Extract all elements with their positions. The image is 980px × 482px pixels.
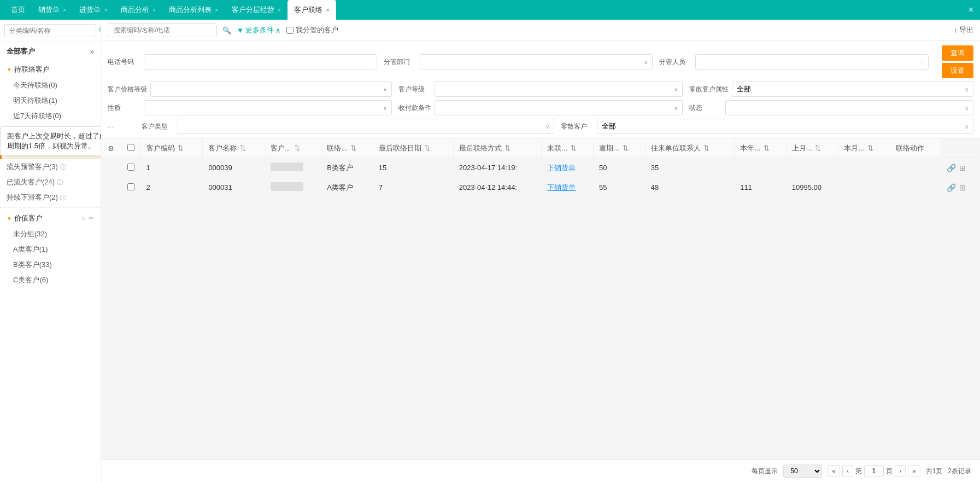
page-number-input[interactable] (864, 465, 884, 477)
row2-grid-action-icon[interactable]: ⊞ (959, 183, 966, 192)
nature-select[interactable]: ∨ (144, 100, 392, 115)
sidebar-item-today[interactable]: 今天待联络(0) (0, 78, 101, 93)
sidebar-item-churn-warning[interactable]: 流失预警客户(3) ⓘ (0, 159, 101, 175)
nav-close-customer-contact[interactable]: × (326, 7, 329, 13)
sidebar-group-title-pending[interactable]: ▼ 待联络客户 (0, 61, 101, 78)
phone-filter-input[interactable] (144, 54, 377, 69)
row2-checkbox[interactable] (127, 183, 134, 190)
col-uncontacted-label: 未联... (547, 144, 567, 152)
per-page-select[interactable]: 50 100 200 (783, 464, 822, 478)
retail-customer-select[interactable]: 全部 ∨ (597, 119, 973, 134)
close-all-tabs-button[interactable]: × (969, 5, 973, 15)
filter-search-button[interactable]: 🔍 (222, 26, 231, 34)
customer-level-select[interactable]: ∨ (435, 82, 683, 97)
filter-group-customer-type: 客户类型 ∨ (142, 119, 554, 134)
select-all-checkbox[interactable] (127, 144, 134, 151)
nav-close-analysis-list[interactable]: × (215, 7, 218, 13)
sidebar-item-class-a[interactable]: A类客户(1) (0, 242, 101, 257)
nav-item-customer-mgmt[interactable]: 客户分层经营 × (225, 0, 287, 20)
sort-this-month-icon[interactable]: ⇅ (867, 144, 873, 152)
col-code-label: 客户编码 (146, 144, 175, 152)
nav-item-sales[interactable]: 销货单 × (32, 0, 73, 20)
nav-item-purchase[interactable]: 进货单 × (73, 0, 114, 20)
sort-year-amount-icon[interactable]: ⇅ (764, 144, 770, 152)
info-icon-declining[interactable]: ⓘ (60, 194, 66, 202)
sidebar-all-customers-header[interactable]: 全部客户 » (0, 42, 101, 61)
sort-contact-count-icon[interactable]: ⇅ (350, 144, 356, 152)
col-last-month-label: 上月... (792, 144, 812, 152)
row1-link-action-icon[interactable]: 🔗 (947, 164, 956, 172)
sidebar-item-class-a-label: A类客户(1) (13, 245, 48, 254)
price-level-select[interactable]: ∨ (150, 82, 392, 97)
info-icon-churned[interactable]: ⓘ (57, 178, 63, 187)
sort-type-icon[interactable]: ⇅ (294, 144, 300, 152)
settings-button[interactable]: 设置 (942, 63, 973, 78)
col-name-label: 客户名称 (208, 144, 237, 152)
customer-level-chevron: ∨ (674, 86, 678, 92)
sidebar-item-class-c-label: C类客户(6) (13, 275, 48, 285)
sort-uncontacted-icon[interactable]: ⇅ (571, 144, 577, 152)
sort-overdue-icon[interactable]: ⇅ (623, 144, 629, 152)
filter-search-input[interactable] (108, 23, 217, 37)
nav-item-analysis-list[interactable]: 商品分析列表 × (162, 0, 225, 20)
sort-contact-person-icon[interactable]: ⇅ (703, 144, 709, 152)
query-button[interactable]: 查询 (942, 45, 973, 61)
row2-last-method-link[interactable]: 下销货单 (547, 183, 576, 191)
nav-close-purchase[interactable]: × (104, 7, 107, 13)
nav-item-home[interactable]: 首页 (4, 0, 32, 20)
sidebar-value-section[interactable]: ▼ 价值客户 ○ ✏ (0, 210, 101, 227)
sort-code-icon[interactable]: ⇅ (178, 144, 184, 152)
retail-attr-select[interactable]: 全部 ∨ (732, 82, 973, 97)
nav-close-customer-mgmt[interactable]: × (278, 7, 281, 13)
sidebar-item-ungrouped[interactable]: 未分组(32) (0, 227, 101, 242)
nav-close-analysis[interactable]: × (152, 7, 156, 13)
filter-more-expand-button[interactable]: ··· (108, 123, 135, 131)
sidebar-item-tomorrow-label: 明天待联络(1) (13, 96, 57, 106)
sort-last-date-icon[interactable]: ⇅ (424, 144, 430, 152)
sidebar-item-class-c[interactable]: C类客户(6) (0, 272, 101, 288)
filter-icon: ▼ (237, 26, 244, 34)
status-select[interactable]: ∨ (725, 100, 973, 115)
sidebar-search-button[interactable]: 🔍 (98, 27, 101, 35)
nav-item-analysis[interactable]: 商品分析 × (114, 0, 162, 20)
next-page-button[interactable]: › (895, 465, 906, 477)
sidebar-collapse-button[interactable]: » (90, 47, 94, 56)
sort-name-icon[interactable]: ⇅ (240, 144, 246, 152)
my-customers-checkbox-label[interactable]: 我分管的客户 (286, 25, 338, 35)
nav-item-customer-contact[interactable]: 客户联络 × (287, 0, 336, 20)
export-button[interactable]: ↑ 导出 (954, 25, 974, 35)
row1-uncontacted-cell: 50 (594, 158, 645, 178)
col-last-method: 最后联络方式 ⇅ (453, 139, 542, 158)
dept-filter-select[interactable]: ∨ (420, 54, 653, 69)
my-customers-checkbox[interactable] (286, 27, 294, 34)
sidebar-item-7days[interactable]: 近7天待联络(0) (0, 108, 101, 124)
first-page-button[interactable]: « (828, 465, 840, 477)
sidebar-item-class-b[interactable]: B类客户(33) (0, 257, 101, 272)
row2-action-cell: 🔗 ⊞ (941, 178, 979, 198)
sidebar-item-churned[interactable]: 已流失客户(24) ⓘ (0, 175, 101, 190)
col-type-label: 客户... (271, 144, 291, 152)
sort-last-method-icon[interactable]: ⇅ (504, 144, 510, 152)
row2-link-action-icon[interactable]: 🔗 (947, 183, 956, 192)
col-action: 联络动作 (890, 139, 941, 158)
value-section-edit-icon[interactable]: ✏ (89, 214, 94, 222)
payment-select[interactable]: ∨ (435, 100, 683, 115)
row1-grid-action-icon[interactable]: ⊞ (959, 164, 966, 172)
sidebar-item-tomorrow[interactable]: 明天待联络(1) (0, 93, 101, 108)
row1-last-method-link[interactable]: 下销货单 (547, 164, 576, 172)
person-filter-select[interactable]: ··· (695, 54, 929, 69)
filter-group-dept: 分管部门 ∨ (384, 54, 653, 69)
more-filters-button[interactable]: ▼ 更多条件 ∧ (237, 25, 281, 35)
sort-last-month-icon[interactable]: ⇅ (815, 144, 821, 152)
row1-checkbox[interactable] (127, 164, 134, 171)
value-section-circle-icon[interactable]: ○ (81, 214, 85, 222)
customer-type-select[interactable]: ∨ (178, 119, 554, 134)
info-icon-churn-warning[interactable]: ⓘ (60, 163, 66, 171)
prev-page-button[interactable]: ‹ (842, 465, 853, 477)
row1-year-amount-cell (786, 158, 838, 178)
nav-close-sales[interactable]: × (63, 7, 66, 13)
sidebar-item-declining[interactable]: 持续下滑客户(2) ⓘ (0, 190, 101, 205)
last-page-button[interactable]: » (908, 465, 920, 477)
col-settings[interactable]: ⚙ (101, 139, 121, 158)
sidebar-search-input[interactable] (4, 24, 96, 37)
